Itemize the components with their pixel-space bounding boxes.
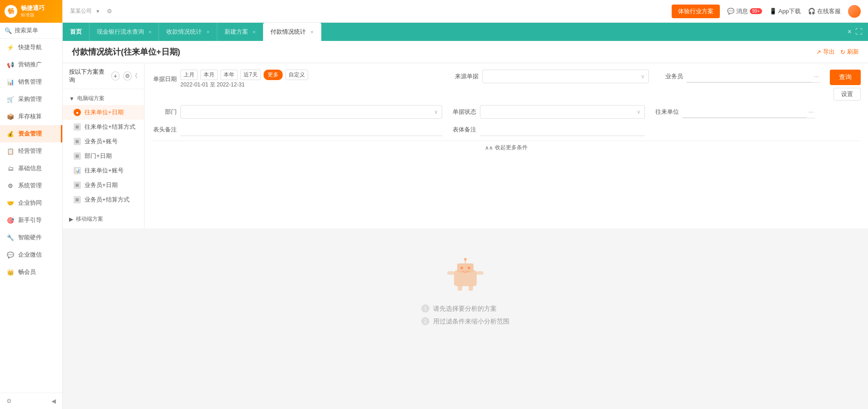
query-btn-area: 查询 设置 (830, 70, 861, 101)
scheme-item-icon-2: ⊞ (74, 138, 81, 145)
collapse-icon: ∧∧ (485, 145, 493, 151)
filter-main: 按以下方案查询 + ⚙ 《 ▼ 电脑端方案 ● 往来单位+日 (63, 63, 868, 228)
sidebar-item-enterprise[interactable]: 🤝 企业协同 (0, 194, 62, 212)
scheme-group-desktop-title[interactable]: ▼ 电脑端方案 (63, 92, 144, 105)
scheme-item-icon-4: 📊 (74, 167, 81, 174)
app-download-item[interactable]: 📱 App下载 (769, 7, 801, 15)
purchase-icon: 🛒 (6, 95, 15, 103)
sidebar-item-marketing[interactable]: 📢 营销推广 (0, 56, 62, 73)
sidebar-item-label: 库存核算 (18, 112, 42, 121)
scheme-item-icon-3: ⊞ (74, 152, 81, 160)
maximize-tab-btn[interactable]: ⛶ (855, 28, 863, 36)
enterprise-icon: 🤝 (6, 199, 15, 207)
header-actions: 体验行业方案 💬 消息 99+ 📱 App下载 🎧 在线客服 (672, 5, 861, 18)
date-btn-last-month[interactable]: 上月 (180, 70, 198, 80)
sidebar-item-label: 快捷导航 (18, 43, 42, 51)
export-btn[interactable]: ↗ 导出 (816, 48, 835, 56)
scheme-item-0[interactable]: ● 往来单位+日期 (63, 105, 144, 120)
hardware-icon: 🔧 (6, 233, 15, 242)
source-doc-label: 来源单据 (454, 72, 479, 81)
sidebar-footer: ⚙ ◀ (0, 393, 62, 409)
sidebar-settings-icon[interactable]: ⚙ (6, 398, 12, 404)
export-icon: ↗ (816, 49, 821, 56)
page-content: 付款情况统计(往来单位+日期) ↗ 导出 ↻ 刷新 按以下方案 (63, 41, 868, 409)
sidebar-collapse-icon[interactable]: ◀ (51, 398, 56, 404)
app-icon: 📱 (769, 8, 777, 15)
date-btn-custom[interactable]: 自定义 (285, 70, 308, 80)
salesperson-input[interactable] (687, 70, 812, 82)
avatar[interactable] (848, 5, 861, 18)
collection-stats-tab-close[interactable]: × (206, 29, 209, 35)
tab-collection-stats[interactable]: 收款情况统计 × (159, 23, 217, 41)
scheme-add-btn[interactable]: + (111, 71, 120, 81)
tab-payment-stats[interactable]: 付款情况统计 × (263, 23, 321, 41)
filter-section: 按以下方案查询 + ⚙ 《 ▼ 电脑端方案 ● 往来单位+日 (63, 63, 868, 228)
doc-status-input[interactable]: ∨ (480, 105, 645, 119)
scheme-item-4[interactable]: 📊 往来单位+账号 (63, 163, 144, 178)
scheme-group-mobile-title[interactable]: ▶ 移动端方案 (63, 212, 144, 226)
scheme-item-2[interactable]: ⊞ 业务员+账号 (63, 134, 144, 149)
empty-hint-1: 1 请先选择要分析的方案 (421, 302, 509, 315)
scheme-item-6[interactable]: ⊞ 业务员+结算方式 (63, 192, 144, 207)
trial-btn[interactable]: 体验行业方案 (672, 5, 720, 18)
message-item[interactable]: 💬 消息 99+ (727, 7, 762, 15)
tab-bank-flow[interactable]: 现金银行流水查询 × (90, 23, 159, 41)
date-options: 上月 本月 本年 近7天 更多 自定义 (180, 70, 308, 80)
counterparty-input[interactable] (683, 105, 807, 118)
sidebar-item-inventory[interactable]: 📦 库存核算 (0, 108, 62, 125)
sidebar-item-member[interactable]: 👑 畅会员 (0, 263, 62, 281)
sidebar-item-wechat[interactable]: 💬 企业微信 (0, 246, 62, 263)
body-note-input[interactable] (480, 123, 645, 136)
search-menu[interactable]: 🔍 搜索菜单 (0, 23, 62, 39)
new-plan-tab-close[interactable]: × (253, 29, 255, 35)
scheme-item-1[interactable]: ⊞ 往来单位+结算方式 (63, 120, 144, 134)
quick-nav-icon: ⚡ (6, 43, 15, 51)
scheme-item-5[interactable]: ⊞ 业务员+日期 (63, 178, 144, 192)
online-service-item[interactable]: 🎧 在线客服 (808, 7, 841, 15)
refresh-btn[interactable]: ↻ 刷新 (840, 48, 859, 56)
dropdown-icon[interactable]: ▾ (96, 8, 100, 15)
settings-icon[interactable]: ⚙ (107, 8, 112, 15)
svg-rect-1 (457, 263, 474, 273)
department-input[interactable]: ∨ (180, 105, 442, 119)
sidebar-item-hardware[interactable]: 🔧 智能硬件 (0, 229, 62, 246)
collection-stats-tab-label: 收款情况统计 (166, 28, 202, 36)
sidebar-item-system[interactable]: ⚙ 系统管理 (0, 177, 62, 194)
sidebar-item-purchase[interactable]: 🛒 采购管理 (0, 91, 62, 108)
query-btn[interactable]: 查询 (830, 70, 861, 85)
sidebar-header: 畅 畅捷通巧 标准版 (0, 0, 62, 23)
header-note-input[interactable] (180, 123, 442, 136)
salesperson-more-icon[interactable]: ··· (812, 73, 821, 80)
sidebar-item-sales[interactable]: 📊 销售管理 (0, 73, 62, 91)
scheme-item-3[interactable]: ⊞ 部门+日期 (63, 149, 144, 163)
payment-stats-tab-close[interactable]: × (310, 29, 313, 35)
tab-new-plan[interactable]: 新建方案 × (217, 23, 263, 41)
scheme-group-mobile: ▶ 移动端方案 (63, 210, 144, 228)
sidebar-item-basic[interactable]: 🗂 基础信息 (0, 160, 62, 177)
set-btn[interactable]: 设置 (833, 88, 861, 101)
close-tab-btn[interactable]: × (848, 28, 852, 36)
date-btn-this-year[interactable]: 本年 (220, 70, 238, 80)
sidebar-item-operation[interactable]: 📋 经营管理 (0, 142, 62, 160)
online-service-label: 在线客服 (817, 7, 841, 15)
counterparty-more-icon[interactable]: ··· (807, 108, 815, 115)
sidebar-item-finance[interactable]: 💰 资金管理 (0, 125, 62, 142)
scheme-header: 按以下方案查询 + ⚙ 《 (63, 63, 144, 89)
date-btn-more[interactable]: 更多 (264, 70, 283, 80)
collapse-more-btn[interactable]: ∧∧ 收起更多条件 (152, 141, 861, 154)
sidebar-item-label: 新手引导 (18, 216, 42, 224)
date-btn-7days[interactable]: 近7天 (240, 70, 261, 80)
source-doc-input[interactable]: ∨ (482, 70, 649, 83)
home-tab-label: 首页 (70, 28, 82, 36)
sidebar-item-label: 畅会员 (18, 268, 36, 276)
sidebar-item-guide[interactable]: 🎯 新手引导 (0, 212, 62, 229)
sidebar-item-label: 企业微信 (18, 251, 42, 259)
date-btn-this-month[interactable]: 本月 (200, 70, 218, 80)
empty-hint-2: 2 用过滤条件来缩小分析范围 (421, 315, 509, 328)
scheme-collapse-btn[interactable]: 《 (132, 72, 138, 80)
doc-status-field: 单据状态 ∨ (451, 105, 645, 119)
bank-flow-tab-close[interactable]: × (149, 29, 151, 35)
tab-home[interactable]: 首页 (63, 23, 90, 41)
scheme-settings-btn[interactable]: ⚙ (123, 71, 132, 81)
sidebar-item-quick-nav[interactable]: ⚡ 快捷导航 (0, 39, 62, 56)
